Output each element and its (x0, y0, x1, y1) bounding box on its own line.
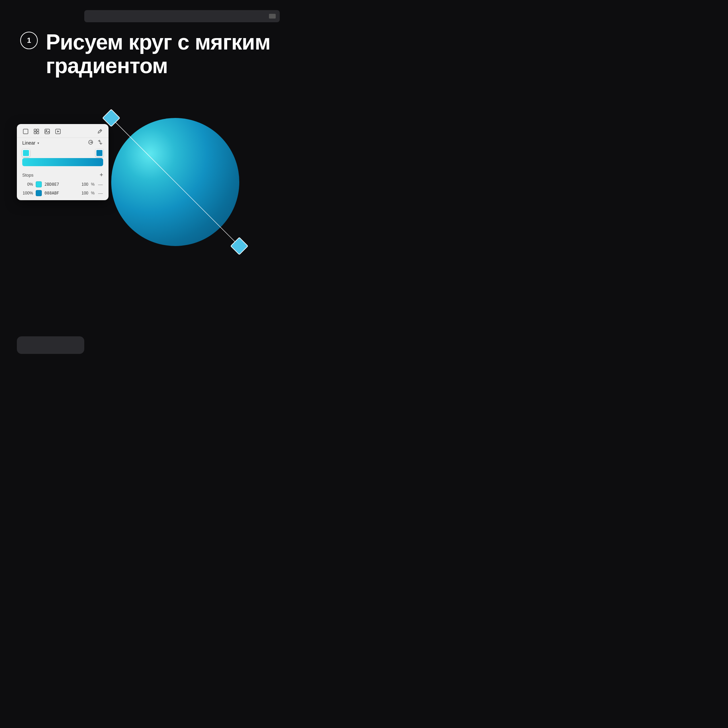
svg-line-9 (100, 130, 101, 131)
stop-1-percent: % (91, 191, 95, 196)
stop-1-hex: 088ABF (44, 191, 78, 196)
square-icon[interactable] (22, 128, 29, 135)
stop-0-position: 0% (22, 182, 33, 187)
svg-rect-0 (23, 129, 28, 134)
stop-0-opacity: 100 (80, 182, 88, 187)
swap-colors-icon[interactable] (88, 139, 94, 147)
gradient-panel: Linear ▾ (17, 124, 109, 200)
panel-icons-row (17, 124, 109, 138)
gradient-type-label: Linear (22, 140, 35, 145)
stop-1-remove-icon[interactable]: — (98, 190, 103, 196)
image-icon[interactable] (44, 128, 50, 135)
stop-0-hex: 2BD8E7 (44, 182, 78, 187)
panel-tools-right (88, 139, 103, 147)
stop-row-1: 100% 088ABF 100 % — (17, 189, 109, 197)
gradient-type-dropdown[interactable]: Linear ▾ (22, 140, 39, 145)
panel-icons-left (22, 128, 61, 135)
stop-1-position: 100% (22, 191, 33, 196)
color-stop-handles (22, 149, 103, 157)
gradient-bar[interactable] (22, 158, 103, 166)
top-bar (84, 10, 280, 22)
bottom-nav (17, 336, 84, 354)
stop-0-swatch[interactable] (36, 181, 42, 187)
stop-1-swatch[interactable] (36, 190, 42, 196)
svg-point-6 (46, 130, 47, 131)
svg-rect-4 (37, 132, 39, 134)
step-header: 1 Рисуем круг с мягким градиентом (20, 30, 270, 78)
reverse-gradient-icon[interactable] (97, 139, 103, 147)
step-number: 1 (20, 32, 38, 49)
stop-0-remove-icon[interactable]: — (98, 182, 103, 187)
grid-icon[interactable] (33, 128, 40, 135)
gradient-circle (111, 118, 239, 246)
circle-container (111, 118, 239, 246)
video-icon[interactable] (55, 128, 61, 135)
panel-dropdown-row: Linear ▾ (17, 138, 109, 149)
svg-rect-3 (34, 132, 36, 134)
color-stop-handle-start[interactable] (22, 149, 30, 157)
step-title: Рисуем круг с мягким градиентом (46, 30, 270, 78)
stop-0-percent: % (91, 182, 95, 187)
stops-label: Stops (22, 173, 34, 177)
color-stops-area (17, 149, 109, 169)
dropper-icon[interactable] (96, 128, 103, 135)
stop-1-opacity: 100 (80, 191, 88, 196)
stops-header: Stops + (17, 169, 109, 180)
color-stop-handle-end[interactable] (96, 149, 103, 157)
svg-rect-15 (231, 238, 248, 255)
svg-rect-2 (37, 129, 39, 131)
svg-marker-8 (57, 130, 59, 133)
svg-rect-1 (34, 129, 36, 131)
top-bar-flag (269, 14, 276, 18)
chevron-down-icon: ▾ (37, 141, 39, 145)
stop-row-0: 0% 2BD8E7 100 % — (17, 180, 109, 189)
add-stop-button[interactable]: + (99, 171, 103, 179)
